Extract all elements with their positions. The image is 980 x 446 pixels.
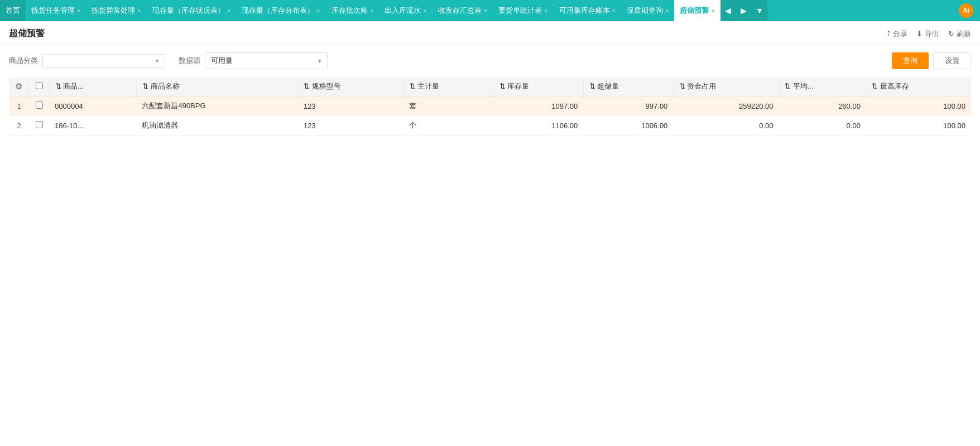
row-checkbox[interactable] xyxy=(36,121,43,128)
close-icon[interactable]: × xyxy=(316,7,320,14)
nav-tab-8[interactable]: 要货单统计表 × xyxy=(493,0,553,21)
cell-product-code: 186-10... xyxy=(49,116,136,135)
cell-product-code: 0000004 xyxy=(49,96,136,116)
cell-capital: 259220.00 xyxy=(673,96,779,116)
nav-tab-7[interactable]: 收发存汇总表 × xyxy=(433,0,493,21)
settings-button[interactable]: 设置 xyxy=(933,52,971,69)
nav-prev-button[interactable]: ◀ xyxy=(720,0,736,21)
col-max-stock[interactable]: ⇅ 最高库存 xyxy=(866,77,971,96)
cell-max-stock: 100.00 xyxy=(866,116,971,135)
cell-unit: 个 xyxy=(403,116,493,135)
cell-max-stock: 100.00 xyxy=(866,96,971,116)
action-buttons: 查询 设置 xyxy=(892,52,971,69)
col-spec[interactable]: ⇅ 规格型号 xyxy=(298,77,403,96)
col-product-name[interactable]: ⇅ 商品名称 xyxy=(136,77,298,96)
row-checkbox[interactable] xyxy=(36,101,43,109)
nav-next-button[interactable]: ▶ xyxy=(736,0,752,21)
cell-avg: 260.00 xyxy=(779,96,866,116)
nav-tab-3[interactable]: 现存量（库存状况表） × xyxy=(147,0,236,21)
cell-over-qty: 1006.00 xyxy=(583,116,673,135)
top-nav: 首页 拣货任务管理 × 拣货异常处理 × 现存量（库存状况表） × 现存量（库存… xyxy=(0,0,980,21)
table-container: ⚙ ⇅ 商品... ⇅ 商品名称 ⇅ 规格型号 ⇅ 主计量 ⇅ xyxy=(0,77,980,135)
col-over-qty[interactable]: ⇅ 超储量 xyxy=(583,77,673,96)
cell-spec: 123 xyxy=(298,116,403,135)
nav-tab-active[interactable]: 超储预警 × xyxy=(674,0,720,21)
nav-tab-4[interactable]: 现存量（库存分布表） × xyxy=(236,0,325,21)
col-product-code[interactable]: ⇅ 商品... xyxy=(49,77,136,96)
refresh-icon: ↻ xyxy=(948,30,954,38)
data-table: ⚙ ⇅ 商品... ⇅ 商品名称 ⇅ 规格型号 ⇅ 主计量 ⇅ xyxy=(9,77,971,135)
close-icon[interactable]: × xyxy=(77,7,80,14)
nav-tab-5[interactable]: 库存批次账 × xyxy=(326,0,379,21)
nav-tab-6[interactable]: 出入库流水 × xyxy=(379,0,432,21)
cell-product-name: 机油滤清器 xyxy=(136,116,298,135)
table-row: 2 186-10... 机油滤清器 123 个 1106.00 1006.00 … xyxy=(9,116,971,135)
nav-menu-button[interactable]: ▼ xyxy=(752,0,767,21)
nav-tab-2[interactable]: 拣货异常处理 × xyxy=(86,0,146,21)
cell-over-qty: 997.00 xyxy=(583,96,673,116)
header-actions: ⤴ 分享 ⬇ 导出 ↻ 刷新 xyxy=(887,29,971,39)
cell-avg: 0.00 xyxy=(779,116,866,135)
close-icon[interactable]: × xyxy=(544,7,547,14)
nav-tab-home[interactable]: 首页 xyxy=(0,0,26,21)
data-source-value: 可用量 xyxy=(211,56,233,66)
refresh-button[interactable]: ↻ 刷新 xyxy=(948,29,971,39)
close-icon[interactable]: × xyxy=(137,7,141,14)
page-header: 超储预警 ⤴ 分享 ⬇ 导出 ↻ 刷新 xyxy=(0,21,980,45)
close-icon[interactable]: × xyxy=(484,7,487,14)
product-category-filter: 商品分类 ▾ xyxy=(9,54,165,68)
col-stock-qty[interactable]: ⇅ 库存量 xyxy=(493,77,583,96)
avatar[interactable]: Ai xyxy=(959,3,973,18)
select-all-checkbox[interactable] xyxy=(36,82,43,89)
close-icon[interactable]: × xyxy=(612,7,616,14)
row-number: 1 xyxy=(9,96,29,116)
close-icon[interactable]: × xyxy=(370,7,373,14)
chevron-down-icon: ▾ xyxy=(318,57,321,65)
table-row: 1 0000004 六配套新昌490BPG 123 套 1097.00 997.… xyxy=(9,96,971,116)
data-source-label: 数据源 xyxy=(179,56,200,66)
column-settings-icon[interactable]: ⚙ xyxy=(15,81,22,91)
cell-unit: 套 xyxy=(403,96,493,116)
share-button[interactable]: ⤴ 分享 xyxy=(887,29,907,39)
export-icon: ⬇ xyxy=(916,30,923,38)
page-title: 超储预警 xyxy=(9,28,45,40)
col-capital[interactable]: ⇅ 资金占用 xyxy=(673,77,779,96)
chevron-down-icon: ▾ xyxy=(156,57,159,65)
cell-product-name: 六配套新昌490BPG xyxy=(136,96,298,116)
col-avg[interactable]: ⇅ 平均... xyxy=(779,77,866,96)
data-source-filter: 数据源 可用量 ▾ xyxy=(179,52,328,69)
data-source-select[interactable]: 可用量 ▾ xyxy=(205,52,328,69)
nav-tab-10[interactable]: 保质期查询 × xyxy=(621,0,674,21)
top-right-area: Ai xyxy=(952,0,980,21)
nav-tab-1[interactable]: 拣货任务管理 × xyxy=(26,0,86,21)
row-number: 2 xyxy=(9,116,29,135)
query-button[interactable]: 查询 xyxy=(892,52,929,69)
cell-capital: 0.00 xyxy=(673,116,779,135)
cell-stock-qty: 1106.00 xyxy=(493,116,583,135)
product-category-select[interactable]: ▾ xyxy=(42,54,165,68)
share-icon: ⤴ xyxy=(887,30,891,38)
col-unit[interactable]: ⇅ 主计量 xyxy=(403,77,493,96)
product-category-label: 商品分类 xyxy=(9,56,38,66)
close-icon[interactable]: × xyxy=(665,7,669,14)
cell-stock-qty: 1097.00 xyxy=(493,96,583,116)
close-icon[interactable]: × xyxy=(423,7,426,14)
close-icon[interactable]: × xyxy=(711,7,714,14)
cell-spec: 123 xyxy=(298,96,403,116)
nav-tab-9[interactable]: 可用量库存账本 × xyxy=(554,0,621,21)
close-icon[interactable]: × xyxy=(227,7,230,14)
export-button[interactable]: ⬇ 导出 xyxy=(916,29,939,39)
